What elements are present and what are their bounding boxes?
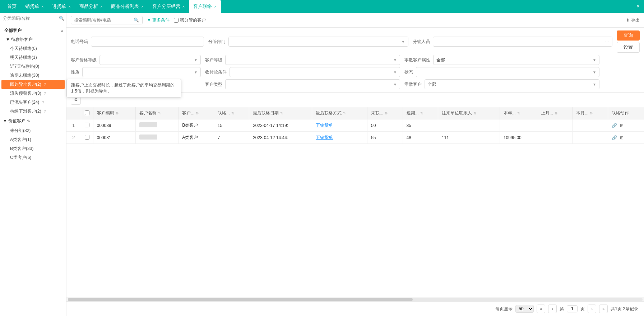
my-customers-checkbox-area: 我分管的客户 <box>174 17 206 23</box>
declining-help-icon[interactable]: ? <box>44 109 46 113</box>
sidebar-search-area: 🔍 <box>0 13 66 24</box>
sort-icon-method[interactable]: ⇅ <box>343 111 346 115</box>
filter-row-2: 客户价格等级 ▼ 客户等级 ▼ 零散客户属性 全部 <box>71 55 640 65</box>
payment-select[interactable]: ▼ <box>230 67 400 77</box>
row2-grid-icon[interactable]: ⊞ <box>620 135 624 140</box>
sort-icon-year[interactable]: ⇅ <box>517 111 520 115</box>
sidebar-overdue[interactable]: 逾期未联络(30) <box>0 71 66 80</box>
sort-icon-date[interactable]: ⇅ <box>280 111 283 115</box>
nav-home[interactable]: 首页 <box>3 0 21 13</box>
more-conditions-button[interactable]: ▼ 更多条件 <box>147 17 170 23</box>
phone-input-field[interactable] <box>94 39 201 44</box>
close-segment-tab[interactable]: × <box>182 4 185 9</box>
my-customers-checkbox[interactable] <box>174 18 179 23</box>
sidebar-a-class[interactable]: A类客户(1) <box>0 135 66 144</box>
price-level-arrow-icon: ▼ <box>194 58 198 62</box>
sidebar-search-input[interactable] <box>3 16 57 21</box>
row2-this-month <box>573 132 608 144</box>
close-purchase-tab[interactable]: × <box>68 4 70 9</box>
customer-type-select[interactable]: ▼ <box>225 79 400 89</box>
page-size-select[interactable]: 50 20 100 <box>515 305 534 313</box>
close-sales-tab[interactable]: × <box>41 4 43 9</box>
sidebar-search-icon[interactable]: 🔍 <box>59 16 64 21</box>
retail-attr-select[interactable]: 全部 ▼ <box>433 55 599 65</box>
close-contact-tab[interactable]: × <box>214 4 216 9</box>
person-dots-icon[interactable]: ··· <box>605 39 609 44</box>
nav-customer-contact[interactable]: 客户联络 × <box>189 0 221 13</box>
page-input[interactable] <box>567 305 578 312</box>
sort-icon-type[interactable]: ⇅ <box>196 111 199 115</box>
sort-icon-code[interactable]: ⇅ <box>116 111 119 115</box>
first-page-button[interactable]: « <box>537 305 545 313</box>
row2-method-link[interactable]: 下销货单 <box>316 135 333 140</box>
sidebar-7days-waiting[interactable]: 近7天待联络(0) <box>0 62 66 71</box>
person-select[interactable]: ··· <box>433 37 613 47</box>
payment-arrow-icon: ▼ <box>393 70 397 74</box>
th-last-date: 最后联络日期 ⇅ <box>249 107 312 119</box>
sort-icon-uncontacted[interactable]: ⇅ <box>385 111 388 115</box>
filter-search-input[interactable] <box>74 18 131 23</box>
value-customers-label[interactable]: ▼ 价值客户 <box>3 118 26 124</box>
window-close-button[interactable]: × <box>636 3 640 10</box>
sidebar-declining-customers[interactable]: 持续下滑客户(2) ? <box>0 107 66 116</box>
horizontal-scrollbar[interactable] <box>66 297 644 301</box>
sidebar-repurchase-abnormal[interactable]: 回购异常客户(2) ? <box>1 80 65 89</box>
retail-customer-select[interactable]: 全部 ▼ <box>425 79 599 89</box>
row1-method-link[interactable]: 下销货单 <box>316 123 333 128</box>
sort-icon-name[interactable]: ⇅ <box>158 111 161 115</box>
lost-help-icon[interactable]: ? <box>42 100 44 104</box>
sort-icon-last-month[interactable]: ⇅ <box>555 111 557 115</box>
collapse-icon[interactable]: » <box>60 28 63 34</box>
status-select[interactable]: ▼ <box>416 67 599 77</box>
row1-checkbox[interactable] <box>85 123 89 127</box>
row2-link-icon[interactable]: 🔗 <box>612 135 617 140</box>
repurchase-help-icon[interactable]: ? <box>44 82 46 86</box>
last-page-button[interactable]: » <box>599 305 608 313</box>
sidebar-ungroups[interactable]: 未分组(32) <box>0 126 66 135</box>
nav-product-list[interactable]: 商品分析列表 × <box>107 0 148 13</box>
next-page-button[interactable]: › <box>588 305 596 313</box>
row1-link-icon[interactable]: 🔗 <box>612 123 617 128</box>
sidebar-loss-warning[interactable]: 流失预警客户(3) ? <box>0 89 66 98</box>
query-button[interactable]: 查询 <box>617 30 640 41</box>
row1-grid-icon[interactable]: ⊞ <box>620 123 624 128</box>
price-level-select[interactable]: ▼ <box>99 55 201 65</box>
sort-icon-overdue[interactable]: ⇅ <box>420 111 423 115</box>
table-scroll-area[interactable]: 客户编码 ⇅ 客户名称 ⇅ <box>66 107 644 297</box>
row2-action-icons: 🔗 ⊞ <box>612 135 640 140</box>
phone-label: 电话号码 <box>71 39 88 45</box>
payment-label: 收付款条件 <box>205 69 227 75</box>
row2-name-blur <box>139 135 157 140</box>
nav-customer-segment[interactable]: 客户分层经营 × <box>148 0 189 13</box>
department-select[interactable]: ▼ <box>228 37 408 47</box>
scroll-track <box>68 298 643 301</box>
prev-page-button[interactable]: ‹ <box>548 305 557 313</box>
nav-sales[interactable]: 销货单 × <box>21 0 48 13</box>
loss-warning-help-icon[interactable]: ? <box>44 91 46 95</box>
filter-search-icon[interactable]: 🔍 <box>134 18 139 23</box>
sidebar-lost-customers[interactable]: 已流失客户(24) ? <box>0 98 66 107</box>
sidebar-b-class[interactable]: B类客户(33) <box>0 144 66 153</box>
close-product-tab[interactable]: × <box>100 4 102 9</box>
sort-icon-this-month[interactable]: ⇅ <box>590 111 593 115</box>
waiting-contact-section[interactable]: ▼ 待联络客户 <box>0 35 66 44</box>
sidebar-tomorrow-waiting[interactable]: 明天待联络(1) <box>0 53 66 62</box>
row2-checkbox[interactable] <box>85 135 89 140</box>
sort-icon-contacts[interactable]: ⇅ <box>473 111 476 115</box>
department-label: 分管部门 <box>208 39 226 45</box>
close-list-tab[interactable]: × <box>141 4 143 9</box>
row2-code: 000031 <box>93 132 136 144</box>
gender-select[interactable]: ▼ <box>82 67 201 77</box>
nav-purchase[interactable]: 进货单 × <box>48 0 75 13</box>
nav-product-analysis[interactable]: 商品分析 × <box>75 0 107 13</box>
edit-icon[interactable]: ✎ <box>27 119 31 124</box>
phone-input[interactable] <box>91 37 204 47</box>
sidebar-today-waiting[interactable]: 今天待联络(0) <box>0 44 66 53</box>
sort-icon-count[interactable]: ⇅ <box>231 111 234 115</box>
select-all-checkbox[interactable] <box>85 110 89 115</box>
customer-level-select[interactable]: ▼ <box>225 55 400 65</box>
export-button[interactable]: ⬆ 导出 <box>626 17 640 23</box>
filter-bar-top: 🔍 ▼ 更多条件 我分管的客户 ⬆ 导出 <box>66 13 644 28</box>
settings-button[interactable]: 设置 <box>617 42 640 53</box>
sidebar-c-class[interactable]: C类客户(6) <box>0 153 66 162</box>
